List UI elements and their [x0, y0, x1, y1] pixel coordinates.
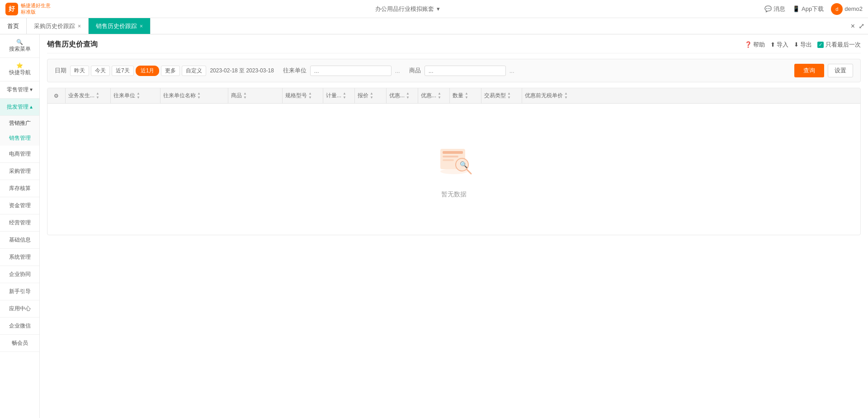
- th-unit-sort[interactable]: ▲ ▼: [343, 92, 346, 100]
- sidebar-item-basic-info[interactable]: 基础信息: [0, 232, 39, 249]
- tab-actions: × ⤢: [847, 18, 868, 34]
- filter-actions: 查询 设置: [794, 64, 853, 77]
- date-btn-1month[interactable]: 近1月: [136, 66, 160, 76]
- th-product[interactable]: 商品 ▲ ▼: [228, 88, 283, 103]
- th-partner-code-sort[interactable]: ▲ ▼: [137, 92, 140, 100]
- tab-sales-history-label: 销售历史价跟踪: [96, 22, 137, 30]
- message-nav[interactable]: 💬 消息: [764, 5, 785, 13]
- th-partner-code[interactable]: 往来单位 ▲ ▼: [111, 88, 160, 103]
- phone-icon: 📱: [793, 5, 800, 12]
- sidebar-item-quick-nav[interactable]: ⭐ 快捷导航: [0, 58, 39, 81]
- sidebar-enterprise-collab-label: 企业协同: [2, 271, 38, 278]
- date-btn-more[interactable]: 更多: [161, 66, 180, 76]
- import-icon: ⬆: [770, 41, 775, 48]
- tab-sales-history[interactable]: 销售历史价跟踪 ×: [89, 18, 151, 34]
- th-date[interactable]: 业务发生... ▲ ▼: [66, 88, 111, 103]
- help-button[interactable]: ❓ 帮助: [745, 41, 765, 49]
- empty-state: 🔍 暂无数据: [47, 104, 860, 235]
- export-button[interactable]: ⬇ 导出: [794, 41, 812, 49]
- date-btn-yesterday[interactable]: 昨天: [70, 66, 89, 76]
- date-range-display: 2023-02-18 至 2023-03-18: [210, 67, 274, 75]
- sidebar-item-finance[interactable]: 资金管理: [0, 197, 39, 214]
- import-button[interactable]: ⬆ 导入: [770, 41, 788, 49]
- th-date-sort[interactable]: ▲ ▼: [96, 92, 99, 100]
- table-header: ⚙ 业务发生... ▲ ▼ 往来单位 ▲ ▼: [47, 88, 860, 104]
- message-icon: 💬: [764, 5, 772, 12]
- sidebar-item-system[interactable]: 系统管理: [0, 249, 39, 266]
- sidebar-item-guide[interactable]: 新手引导: [0, 283, 39, 300]
- tab-close-all-button[interactable]: ×: [851, 22, 855, 30]
- sidebar-item-sales[interactable]: 销售管理: [0, 131, 39, 146]
- partner-dots[interactable]: ...: [395, 67, 400, 74]
- sidebar-item-wholesale[interactable]: 批发管理 ▴: [0, 99, 39, 116]
- th-product-sort[interactable]: ▲ ▼: [243, 92, 247, 100]
- th-trade-sort[interactable]: ▲ ▼: [507, 92, 511, 100]
- sidebar-item-inventory[interactable]: 库存核算: [0, 180, 39, 197]
- th-price[interactable]: 报价 ▲ ▼: [355, 88, 387, 103]
- th-spec-sort[interactable]: ▲ ▼: [308, 92, 312, 100]
- th-disc1-sort[interactable]: ▲ ▼: [406, 92, 410, 100]
- th-qty-sort[interactable]: ▲ ▼: [465, 92, 468, 100]
- th-spec[interactable]: 规格型号 ▲ ▼: [283, 88, 323, 103]
- date-btn-custom[interactable]: 自定义: [182, 66, 206, 76]
- tab-sales-history-close[interactable]: ×: [140, 23, 143, 29]
- search-icon: 🔍: [16, 39, 23, 45]
- th-notax-price-sort[interactable]: ▲ ▼: [564, 92, 568, 100]
- sidebar-item-purchase[interactable]: 采购管理: [0, 163, 39, 180]
- sidebar-basic-info-label: 基础信息: [2, 236, 38, 244]
- date-btn-today[interactable]: 今天: [91, 66, 110, 76]
- sidebar-item-management[interactable]: 经营管理: [0, 214, 39, 232]
- th-settings[interactable]: ⚙: [47, 88, 66, 103]
- tab-purchase-history[interactable]: 采购历史价跟踪 ×: [27, 18, 89, 34]
- svg-rect-2: [443, 151, 463, 154]
- th-qty[interactable]: 数量 ▲ ▼: [450, 88, 481, 103]
- th-partner-name[interactable]: 往来单位名称 ▲ ▼: [160, 88, 228, 103]
- sidebar-member-label: 畅会员: [2, 339, 38, 347]
- sidebar-item-member[interactable]: 畅会员: [0, 335, 39, 352]
- sidebar-quick-nav-label: 快捷导航: [2, 69, 38, 76]
- filter-bar: 日期 昨天 今天 近7天 近1月 更多 自定义 2023-02-18 至 202…: [47, 59, 861, 82]
- tab-purchase-history-close[interactable]: ×: [78, 23, 81, 29]
- sidebar-inventory-label: 库存核算: [2, 185, 38, 192]
- query-button[interactable]: 查询: [794, 64, 824, 77]
- app-selector-arrow[interactable]: ▾: [437, 5, 440, 12]
- th-partner-code-label: 往来单位: [113, 92, 135, 100]
- th-disc1[interactable]: 优惠... ▲ ▼: [387, 88, 418, 103]
- sidebar-item-enterprise-wechat[interactable]: 企业微信: [0, 318, 39, 335]
- empty-text: 暂无数据: [441, 190, 467, 199]
- sidebar-item-search[interactable]: 🔍 搜索菜单: [0, 34, 39, 58]
- help-label: 帮助: [753, 41, 765, 49]
- date-filter-group: 日期 昨天 今天 近7天 近1月 更多 自定义 2023-02-18 至 202…: [55, 66, 274, 76]
- sidebar-item-app-center[interactable]: 应用中心: [0, 300, 39, 318]
- th-price-sort[interactable]: ▲ ▼: [370, 92, 373, 100]
- sidebar-item-enterprise-collab[interactable]: 企业协同: [0, 266, 39, 283]
- th-notax-price[interactable]: 优惠前无税单价 ▲ ▼: [522, 88, 860, 103]
- checkbox-icon: [817, 42, 824, 48]
- tab-purchase-history-label: 采购历史价跟踪: [34, 22, 75, 30]
- only-latest-checkbox[interactable]: 只看最后一次: [817, 41, 861, 49]
- setting-button[interactable]: 设置: [828, 64, 853, 77]
- help-icon: ❓: [745, 41, 752, 48]
- product-input[interactable]: [425, 66, 506, 76]
- sidebar-item-ecommerce[interactable]: 电商管理: [0, 146, 39, 163]
- sidebar-app-center-label: 应用中心: [2, 305, 38, 313]
- th-partner-name-sort[interactable]: ▲ ▼: [197, 92, 201, 100]
- date-buttons: 昨天 今天 近7天 近1月 更多 自定义: [70, 66, 206, 76]
- th-disc2-label: 优惠...: [421, 92, 436, 100]
- sidebar-item-retail[interactable]: 零售管理 ▾: [0, 81, 39, 99]
- th-disc2-sort[interactable]: ▲ ▼: [438, 92, 441, 100]
- export-icon: ⬇: [794, 41, 799, 48]
- app-download-nav[interactable]: 📱 App下载: [793, 5, 824, 13]
- user-nav[interactable]: d demo2: [831, 3, 863, 15]
- th-unit[interactable]: 计量... ▲ ▼: [323, 88, 355, 103]
- partner-input[interactable]: [310, 66, 392, 76]
- product-dots[interactable]: ...: [509, 67, 514, 74]
- th-disc2[interactable]: 优惠... ▲ ▼: [418, 88, 450, 103]
- tab-home[interactable]: 首页: [0, 18, 27, 34]
- date-btn-7days[interactable]: 近7天: [112, 66, 134, 76]
- topbar-center[interactable]: 办公用品行业模拟账套 ▾: [375, 5, 440, 13]
- tab-fullscreen-button[interactable]: ⤢: [859, 22, 864, 30]
- sidebar-item-marketing[interactable]: 营销推广: [0, 116, 39, 131]
- th-trade[interactable]: 交易类型 ▲ ▼: [481, 88, 522, 103]
- sidebar-purchase-label: 采购管理: [2, 167, 38, 175]
